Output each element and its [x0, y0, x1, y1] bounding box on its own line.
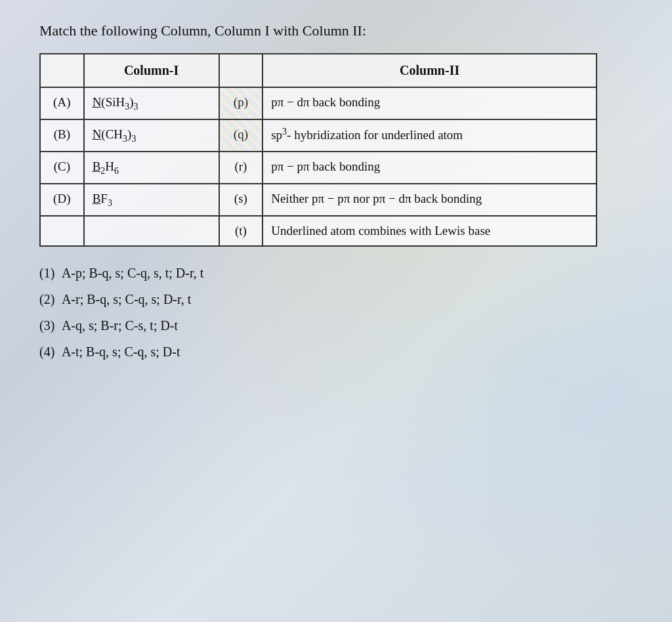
col2-q: sp3- hybridization for underlined atom	[262, 119, 597, 152]
page-container: Match the following Column, Column I wit…	[0, 0, 672, 622]
option-text-4: A-t; B-q, s; C-q, s; D-t	[62, 344, 180, 359]
row-label-a: (A)	[40, 87, 84, 119]
underlined-atom-b: N	[93, 127, 102, 141]
list-item: (3) A-q, s; B-r; C-s, t; D-t	[39, 314, 646, 337]
header-col2: Column-II	[262, 54, 597, 87]
row-label-empty	[40, 216, 84, 246]
row-label-d: (D)	[40, 184, 84, 216]
table-row: (B) N(CH3)3 (q) sp3- hybridization for u…	[40, 119, 597, 152]
header-empty2	[219, 54, 263, 87]
underlined-atom-d: B	[93, 192, 101, 205]
header-col1: Column-I	[84, 54, 219, 87]
col2-s: Neither pπ − pπ nor pπ − dπ back bonding	[262, 184, 597, 216]
list-item: (4) A-t; B-q, s; C-q, s; D-t	[39, 340, 646, 363]
question-text: Match the following Column, Column I wit…	[39, 20, 646, 41]
col2-r: pπ − pπ back bonding	[262, 152, 597, 184]
row-label-b: (B)	[40, 119, 84, 152]
underlined-atom-c: B	[93, 159, 101, 173]
table-row: (D) BF3 (s) Neither pπ − pπ nor pπ − dπ …	[40, 184, 597, 216]
option-text-2: A-r; B-q, s; C-q, s; D-r, t	[62, 292, 192, 306]
col2-t: Underlined atom combines with Lewis base	[262, 216, 597, 246]
list-item: (1) A-p; B-q, s; C-q, s, t; D-r, t	[39, 261, 646, 285]
key-t: (t)	[219, 216, 263, 246]
options-list: (1) A-p; B-q, s; C-q, s, t; D-r, t (2) A…	[39, 261, 646, 363]
col1-a: N(SiH3)3	[84, 87, 219, 119]
key-q: (q)	[219, 119, 263, 152]
row-label-c: (C)	[40, 152, 84, 184]
table-wrapper: Column-I Column-II (A) N(SiH3)3	[39, 53, 646, 247]
col1-empty	[84, 216, 219, 246]
underlined-atom-a: N	[93, 95, 102, 109]
matching-table: Column-I Column-II (A) N(SiH3)3	[39, 53, 597, 247]
list-item: (2) A-r; B-q, s; C-q, s; D-r, t	[39, 287, 646, 311]
col1-b: N(CH3)3	[84, 119, 219, 152]
col2-p: pπ − dπ back bonding	[262, 87, 597, 119]
header-empty	[40, 54, 84, 87]
option-text-3: A-q, s; B-r; C-s, t; D-t	[62, 318, 178, 333]
option-number-1: (1)	[39, 261, 59, 285]
col1-c: B2H6	[84, 152, 219, 184]
option-number-2: (2)	[39, 287, 59, 311]
option-number-4: (4)	[39, 340, 59, 363]
table-row: (C) B2H6 (r) pπ − pπ back bonding	[40, 152, 597, 184]
key-r: (r)	[219, 152, 263, 184]
option-number-3: (3)	[39, 314, 59, 337]
col1-d: BF3	[84, 184, 219, 216]
table-row: (A) N(SiH3)3 (p) pπ − dπ back bonding	[40, 87, 597, 119]
option-text-1: A-p; B-q, s; C-q, s, t; D-r, t	[62, 266, 203, 280]
key-s: (s)	[219, 184, 263, 216]
table-row: (t) Underlined atom combines with Lewis …	[40, 216, 597, 246]
key-p: (p)	[219, 87, 263, 119]
